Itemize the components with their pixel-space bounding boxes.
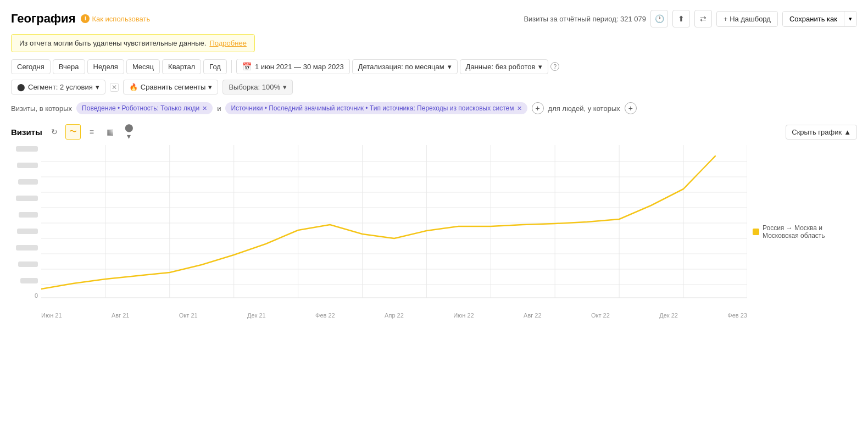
export-icon-btn[interactable]: ⬆	[672, 10, 690, 27]
segment-label: Сегмент: 2 условия	[28, 83, 93, 91]
filter-year[interactable]: Год	[203, 59, 227, 74]
legend-color	[753, 229, 759, 235]
x-label-10: Фев 23	[727, 312, 747, 319]
chart-section: Визиты ↻ 〜 ≡ ▦ ⬤ ▾ Скрыть график ▲	[11, 124, 857, 319]
x-label-7: Авг 22	[524, 312, 541, 319]
sample-button[interactable]: Выборка: 100% ▾	[222, 80, 293, 94]
compare-chevron: ▾	[208, 83, 212, 91]
date-range-picker[interactable]: 📅 1 июн 2021 — 30 мар 2023	[236, 59, 350, 74]
condition-row: Визиты, в которых Поведение • Роботность…	[11, 102, 857, 114]
x-label-8: Окт 22	[591, 312, 610, 319]
data-type-dropdown[interactable]: Данные: без роботов ▾	[460, 59, 549, 74]
condition-prefix: Визиты, в которых	[11, 104, 72, 113]
condition-tag-2-label: Источники • Последний значимый источник …	[231, 104, 514, 112]
chart-svg	[41, 145, 747, 310]
add-condition-button[interactable]: +	[532, 102, 544, 114]
segment-button[interactable]: ⬤ Сегмент: 2 условия ▾	[11, 80, 105, 94]
data-type-label: Данные: без роботов	[466, 63, 536, 71]
filter-month[interactable]: Месяц	[126, 59, 160, 74]
help-icon[interactable]: ?	[550, 62, 559, 71]
save-main-button[interactable]: Сохранить как	[783, 12, 844, 26]
segment-close-button[interactable]: ✕	[110, 83, 119, 92]
sample-label: Выборка: 100%	[229, 83, 280, 91]
add-people-condition-button[interactable]: +	[625, 102, 637, 114]
x-label-6: Июн 22	[453, 312, 474, 319]
condition-tag-1-close[interactable]: ✕	[202, 105, 207, 112]
calendar-icon: 📅	[242, 62, 252, 71]
filter-yesterday[interactable]: Вчера	[53, 59, 85, 74]
page-title: География	[11, 12, 75, 26]
hide-chart-button[interactable]: Скрыть график ▲	[786, 125, 857, 140]
history-icon-btn[interactable]: 🕐	[650, 10, 668, 27]
area-chart-btn[interactable]: ≡	[84, 124, 99, 140]
compare-icon: 🔥	[129, 83, 138, 91]
filter-today[interactable]: Сегодня	[11, 59, 51, 74]
info-link[interactable]: i Как использовать	[81, 14, 150, 23]
detail-label: Детализация: по месяцам	[358, 63, 444, 71]
condition-tag-2-close[interactable]: ✕	[517, 105, 522, 112]
condition-tag-2[interactable]: Источники • Последний значимый источник …	[225, 102, 527, 114]
detail-dropdown[interactable]: Детализация: по месяцам ▾	[352, 59, 458, 74]
alert-text: Из отчета могли быть удалены чувствитель…	[19, 39, 206, 47]
bar-chart-btn[interactable]: ▦	[103, 124, 118, 140]
sample-chevron: ▾	[283, 83, 287, 91]
line-chart-btn[interactable]: 〜	[65, 124, 81, 140]
x-label-2: Окт 21	[179, 312, 198, 319]
x-axis: Июн 21 Авг 21 Окт 21 Дек 21 Фев 22 Апр 2…	[41, 310, 747, 319]
detail-chevron: ▾	[448, 63, 452, 71]
visits-label: Визиты за отчётный период: 321 079	[524, 15, 646, 23]
chart-legend: Россия → Москва и Московская область	[753, 224, 857, 240]
alert-link[interactable]: Подробнее	[209, 39, 246, 47]
chart-title: Визиты ↻ 〜 ≡ ▦ ⬤ ▾	[11, 124, 137, 140]
x-label-0: Июн 21	[41, 312, 62, 319]
alert-banner: Из отчета могли быть удалены чувствитель…	[11, 34, 255, 52]
chart-header: Визиты ↻ 〜 ≡ ▦ ⬤ ▾ Скрыть график ▲	[11, 124, 857, 140]
segment-chevron: ▾	[96, 83, 99, 91]
legend-label: Россия → Москва и Московская область	[763, 224, 857, 240]
save-button-group: Сохранить как ▾	[782, 11, 857, 27]
condition-connector: и	[217, 104, 221, 113]
condition-tag-1-label: Поведение • Роботность: Только люди	[82, 104, 199, 112]
data-type-chevron: ▾	[538, 63, 542, 71]
compare-button[interactable]: 🔥 Сравнить сегменты ▾	[123, 80, 219, 94]
segment-row: ⬤ Сегмент: 2 условия ▾ ✕ 🔥 Сравнить сегм…	[11, 80, 857, 94]
x-label-3: Дек 21	[247, 312, 266, 319]
condition-tag-1[interactable]: Поведение • Роботность: Только люди ✕	[76, 102, 213, 114]
compare-label: Сравнить сегменты	[141, 83, 206, 91]
y-zero-label: 0	[11, 292, 38, 299]
date-range-label: 1 июн 2021 — 30 мар 2023	[255, 63, 344, 71]
condition-suffix: для людей, у которых	[548, 104, 620, 113]
chart-wrapper: 0	[11, 145, 857, 319]
refresh-chart-btn[interactable]: ↻	[47, 124, 62, 140]
add-dashboard-button[interactable]: + На дашборд	[716, 11, 778, 27]
filter-quarter[interactable]: Квартал	[162, 59, 201, 74]
date-filter-row: Сегодня Вчера Неделя Месяц Квартал Год 📅…	[11, 59, 857, 74]
segment-icon: ⬤	[17, 83, 25, 91]
chart-controls: ↻ 〜 ≡ ▦ ⬤ ▾	[47, 124, 137, 140]
x-label-4: Фев 22	[315, 312, 335, 319]
compare-icon-btn[interactable]: ⇄	[694, 10, 712, 27]
x-label-1: Авг 21	[112, 312, 129, 319]
x-label-9: Дек 22	[659, 312, 678, 319]
save-dropdown-button[interactable]: ▾	[844, 12, 856, 26]
info-icon: i	[81, 14, 90, 23]
x-label-5: Апр 22	[385, 312, 404, 319]
filter-divider	[231, 60, 232, 73]
filter-week[interactable]: Неделя	[87, 59, 124, 74]
dot-chart-btn[interactable]: ⬤ ▾	[121, 124, 137, 140]
